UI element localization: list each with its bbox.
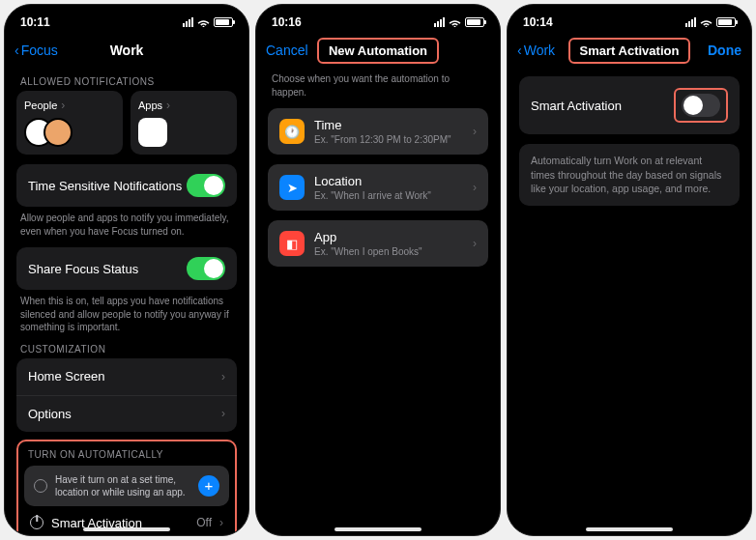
status-time: 10:16 [272,15,302,29]
cellular-icon [183,17,193,27]
done-button[interactable]: Done [708,43,741,58]
add-automation[interactable]: Have it turn on at a set time, location … [24,466,229,506]
cellular-icon [685,17,696,27]
option-sub: Ex. "From 12:30 PM to 2:30PM" [314,134,451,145]
allowed-apps-label: Apps [138,99,162,111]
toggle-on[interactable] [187,257,225,280]
row-smart-activation[interactable]: Smart Activation [519,76,740,134]
chevron-right-icon: › [166,99,170,112]
allowed-apps[interactable]: Apps› ✱ [131,91,237,155]
title-highlight: Smart Activation [568,38,691,64]
section-header-allowed: ALLOWED NOTIFICATIONS [20,76,233,87]
back-label: Work [524,43,555,58]
allowed-row: People› Apps› ✱ [16,91,237,155]
auto-description: Have it turn on at a set time, location … [55,473,190,498]
clock-icon [34,479,47,493]
battery-icon [465,17,484,27]
row-label: Options [28,407,72,421]
cancel-button[interactable]: Cancel [266,43,308,58]
option-app[interactable]: ◧ AppEx. "When I open Books" › [268,220,488,267]
group-custom: Home Screen› Options› [16,358,237,432]
allowed-people[interactable]: People› [16,91,123,155]
row-share-focus[interactable]: Share Focus Status [16,247,237,290]
chevron-right-icon: › [221,407,225,420]
option-label: Location [314,174,431,188]
group-smart-activation: Smart Activation [519,76,740,134]
toggle-highlight [674,88,728,123]
allowed-people-label: People [24,99,57,111]
subtitle: Choose when you want the automation to h… [272,72,484,99]
row-label: Time Sensitive Notifications [28,179,182,193]
app-icon-slack: ✱ [138,118,167,147]
phone-new-automation: 10:16 Cancel New Automation Choose when … [255,4,501,536]
row-time-sensitive[interactable]: Time Sensitive Notifications [16,164,237,207]
section-header-auto: TURN ON AUTOMATICALLY [28,449,225,460]
description-box: Automatically turn Work on at relevant t… [519,144,740,206]
section-header-custom: CUSTOMIZATION [20,344,233,355]
back-button[interactable]: ‹ Focus [15,43,58,58]
toggle-on[interactable] [187,174,225,197]
notch [78,5,175,24]
status-time: 10:14 [523,15,553,29]
title-highlight: New Automation [317,38,439,64]
nav-bar: ‹ Focus Work [5,34,248,67]
nav-bar: Cancel New Automation [256,34,500,67]
back-button[interactable]: ‹ Work [517,43,555,58]
option-label: App [314,230,422,244]
row-label: Share Focus Status [28,262,138,276]
status-icons [183,17,233,27]
option-label: Time [314,118,451,132]
chevron-right-icon: › [219,516,223,529]
group-tsn: Time Sensitive Notifications [16,164,237,207]
description-text: Automatically turn Work on at relevant t… [531,154,728,196]
highlight-automatic: TURN ON AUTOMATICALLY Have it turn on at… [16,440,237,536]
group-share: Share Focus Status [16,247,237,290]
plus-icon[interactable]: + [198,475,219,497]
phone-work-settings: 10:11 ‹ Focus Work ALLOWED NOTIFICATIONS… [4,4,249,536]
clock-icon: 🕐 [279,119,305,144]
location-icon: ➤ [279,175,305,200]
power-icon [30,516,44,529]
chevron-right-icon: › [473,181,477,194]
option-sub: Ex. "When I open Books" [314,246,422,257]
scroll-content[interactable]: Choose when you want the automation to h… [256,67,500,535]
chevron-right-icon: › [61,99,65,112]
row-description: When this is on, tell apps you have noti… [20,295,233,334]
row-options[interactable]: Options› [16,395,237,432]
wifi-icon [700,17,712,27]
battery-icon [214,17,233,27]
phone-smart-activation: 10:14 ‹ Work Smart Activation Done Smart… [507,4,752,536]
row-home-screen[interactable]: Home Screen› [16,358,237,395]
avatar [44,118,73,147]
app-icon: ◧ [279,231,305,256]
row-label: Smart Activation [531,99,622,113]
home-indicator[interactable] [586,527,673,531]
option-location[interactable]: ➤ LocationEx. "When I arrive at Work" › [268,164,488,211]
notch [330,5,426,24]
toggle-off[interactable] [682,94,720,117]
back-label: Focus [21,43,58,58]
row-label: Home Screen [28,369,104,384]
option-time[interactable]: 🕐 TimeEx. "From 12:30 PM to 2:30PM" › [268,108,488,155]
wifi-icon [449,17,461,27]
scroll-content[interactable]: Smart Activation Automatically turn Work… [508,67,751,535]
chevron-right-icon: › [221,370,225,384]
avatar-stack [24,118,115,147]
home-indicator[interactable] [83,527,170,531]
home-indicator[interactable] [334,527,422,531]
row-description: Allow people and apps to notify you imme… [20,212,233,238]
wifi-icon [197,17,210,27]
chevron-right-icon: › [473,125,477,138]
notch [581,5,678,24]
battery-icon [716,17,736,27]
scroll-content[interactable]: ALLOWED NOTIFICATIONS People› Apps› ✱ Ti… [5,67,248,535]
cellular-icon [434,17,445,27]
chevron-right-icon: › [473,237,477,250]
status-time: 10:11 [20,15,50,29]
option-sub: Ex. "When I arrive at Work" [314,190,431,201]
row-value: Off [196,516,212,529]
nav-bar: ‹ Work Smart Activation Done [508,34,751,67]
